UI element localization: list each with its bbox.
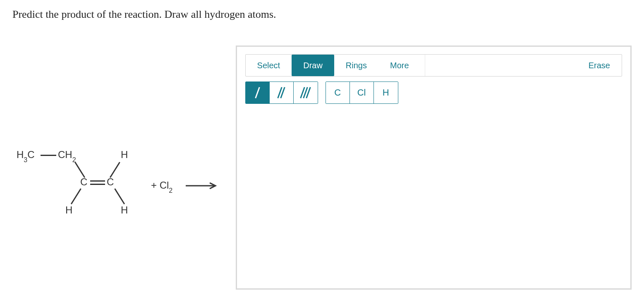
tab-more[interactable]: More: [378, 55, 421, 76]
structure-editor: Select Draw Rings More Erase: [236, 46, 632, 290]
toolbar-bottom: C Cl H: [245, 81, 622, 104]
tab-erase[interactable]: Erase: [577, 55, 622, 76]
atom-c-left: C: [80, 176, 87, 188]
atom-c-right: C: [107, 176, 114, 188]
double-bond-button[interactable]: [270, 82, 294, 103]
toolbar-top: Select Draw Rings More Erase: [245, 54, 622, 77]
bond-group: [245, 81, 318, 104]
triple-bond-button[interactable]: [294, 82, 318, 103]
bond-h-c-right: [110, 162, 120, 178]
atom-h-top-right: H: [121, 149, 128, 161]
tab-draw[interactable]: Draw: [292, 55, 334, 76]
single-bond-icon: [255, 87, 260, 98]
bond-h3c-ch2: [41, 155, 56, 156]
molecule-structure: H3C CH2 H C C: [12, 149, 141, 223]
atom-h-bottom-right: H: [121, 204, 128, 216]
atom-ch2: CH2: [58, 149, 76, 162]
element-h-button[interactable]: H: [374, 82, 398, 103]
bond-ch2-c: [74, 162, 85, 178]
atom-h-bottom-left: H: [65, 204, 72, 216]
reaction-area: H3C CH2 H C C: [12, 46, 236, 223]
single-bond-button[interactable]: [246, 82, 270, 103]
element-group: C Cl H: [326, 81, 398, 104]
reactant-cl2: + Cl2: [151, 180, 172, 193]
toolbar-spacer: [425, 55, 577, 76]
atom-h3c: H3C: [17, 149, 35, 162]
content-wrapper: H3C CH2 H C C: [12, 46, 632, 290]
tab-select[interactable]: Select: [246, 55, 292, 76]
bond-double-bottom: [90, 184, 105, 185]
bond-double-top: [90, 180, 105, 182]
element-c-button[interactable]: C: [326, 82, 350, 103]
element-cl-button[interactable]: Cl: [350, 82, 374, 103]
tab-rings[interactable]: Rings: [334, 55, 378, 76]
reaction-arrow-icon: [185, 182, 218, 192]
bond-c-h-bottom-left: [71, 188, 81, 204]
question-text: Predict the product of the reaction. Dra…: [12, 8, 632, 21]
bond-c-h-bottom-right: [114, 188, 125, 204]
